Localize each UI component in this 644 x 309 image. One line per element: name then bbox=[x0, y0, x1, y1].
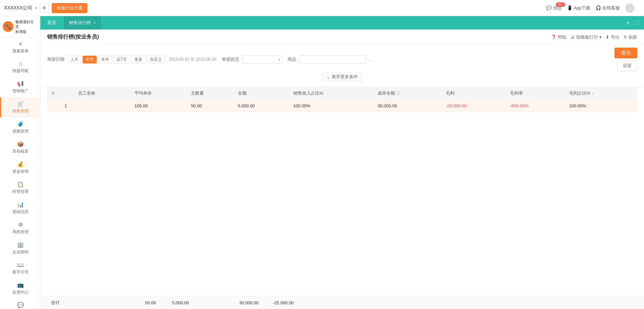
close-window-icon[interactable]: ✕ bbox=[624, 19, 632, 27]
sidebar-item-weixin[interactable]: 💬 企业微信 bbox=[0, 299, 40, 309]
col-main-qty: 主数量 bbox=[187, 87, 233, 100]
sidebar-item-guide[interactable]: 📖 新手引导 bbox=[0, 258, 40, 278]
sidebar-label: 采购管理 bbox=[12, 128, 29, 134]
col-total: 全额 bbox=[234, 87, 289, 100]
sidebar-item-search-order[interactable]: ≡ 搜索菜单 bbox=[0, 38, 40, 57]
date-filter: 单据日期 上月 本月 本年 近7天 更多 自定义 2023-06-01 至 20… bbox=[47, 56, 216, 63]
set-button[interactable]: 设置 bbox=[617, 60, 637, 71]
col-gross-ratio: 毛利占比% ↕ bbox=[565, 87, 637, 100]
sidebar-item-quick-nav[interactable]: ⌂ 快捷导航 bbox=[0, 57, 40, 77]
avatar[interactable] bbox=[625, 3, 635, 13]
help-button[interactable]: ❓ 帮助 bbox=[551, 34, 566, 40]
help-label: 帮助 bbox=[558, 34, 566, 40]
footer-cost-total: 30,000.00 bbox=[239, 300, 273, 305]
logo-text: 畅康通好生意 标准版 bbox=[15, 19, 37, 34]
row-sales-ratio-cell: 100.00% bbox=[289, 100, 374, 112]
header-actions: ❓ 帮助 🖨 按模板打印 ▾ ⬇ 导出 ↻ 刷新 bbox=[551, 34, 637, 40]
column-settings-icon[interactable]: ⚙ bbox=[51, 91, 55, 96]
col-gross: 毛利 bbox=[442, 87, 506, 100]
content-area: 首页 销售排行榜 × ✕ ⛶ 销售排行榜(按业务员) ❓ 帮助 bbox=[40, 16, 644, 309]
sidebar-item-finance[interactable]: 💰 资金管理 bbox=[0, 158, 40, 178]
app-center-icon: 📺 bbox=[17, 282, 24, 288]
date-btn-last-month[interactable]: 上月 bbox=[67, 56, 81, 63]
date-filter-label: 单据日期 bbox=[47, 56, 65, 62]
table-wrapper: ⚙ 员工名称 平均单价 主数量 全额 销售收入占比% 成本全额 ⓘ bbox=[40, 87, 644, 296]
export-label: 导出 bbox=[611, 34, 619, 40]
row-main-qty-cell: 50.00 bbox=[187, 100, 233, 112]
status-select[interactable] bbox=[242, 55, 282, 64]
cost-info-icon[interactable]: ⓘ bbox=[396, 91, 400, 96]
sidebar-label: 资金管理 bbox=[12, 169, 29, 174]
trial-button[interactable]: 体验行业方案 bbox=[52, 3, 87, 13]
sidebar-item-inventory[interactable]: 📦 库存核算 bbox=[0, 138, 40, 158]
print-dropdown-icon[interactable]: ▾ bbox=[599, 35, 602, 40]
sidebar-item-system[interactable]: ⚙ 系统管理 bbox=[0, 218, 40, 238]
date-btn-7days[interactable]: 近7天 bbox=[114, 56, 130, 63]
data-table: ⚙ 员工名称 平均单价 主数量 全额 销售收入占比% 成本全额 ⓘ bbox=[47, 87, 637, 112]
tab-sales-ranking[interactable]: 销售排行榜 × bbox=[63, 16, 101, 30]
date-btn-this-year[interactable]: 本年 bbox=[98, 56, 112, 63]
date-btn-more[interactable]: 更多 bbox=[131, 56, 145, 63]
search-icon: ≡ bbox=[19, 41, 22, 47]
date-btn-custom[interactable]: 自定义 bbox=[147, 56, 165, 63]
sidebar-label: 经营管理 bbox=[12, 189, 29, 195]
sidebar-label: 基础信息 bbox=[12, 209, 29, 215]
goods-input[interactable] bbox=[299, 55, 366, 64]
date-btn-this-month[interactable]: 本月 bbox=[83, 56, 97, 63]
online-service-button[interactable]: 🎧 在线客服 bbox=[596, 5, 620, 11]
row-num-cell: 1 bbox=[60, 100, 74, 112]
sidebar-label: 营销推广 bbox=[12, 88, 29, 94]
online-service-label: 在线客服 bbox=[602, 5, 620, 11]
col-employee: 员工名称 bbox=[74, 87, 130, 100]
tab-close-icon[interactable]: × bbox=[93, 20, 96, 25]
footer-label: 合计 bbox=[51, 300, 118, 306]
chevron-down-icon: ⌄ bbox=[327, 74, 330, 80]
fullscreen-icon[interactable]: ⛶ bbox=[633, 19, 641, 27]
message-button[interactable]: 💬 消息 99+ bbox=[546, 5, 562, 11]
export-button[interactable]: ⬇ 导出 bbox=[606, 34, 619, 40]
sidebar-item-marketing[interactable]: 📢 营销推广 bbox=[0, 77, 40, 97]
filter-area: 单据日期 上月 本月 本年 近7天 更多 自定义 2023-06-01 至 20… bbox=[40, 44, 644, 87]
row-total-cell: 5,000.00 bbox=[234, 100, 289, 112]
goods-more-icon[interactable]: ... bbox=[369, 57, 373, 62]
tab-bar: 首页 销售排行榜 × ✕ ⛶ bbox=[40, 16, 644, 30]
tab-label: 销售排行榜 bbox=[69, 20, 91, 26]
col-gross-rate: 毛利率 bbox=[506, 87, 565, 100]
refresh-icon: ↻ bbox=[624, 35, 627, 40]
footer-total: 5,000.00 bbox=[172, 300, 206, 305]
main-layout: 🐾 畅康通好生意 标准版 ≡ 搜索菜单 ⌂ 快捷导航 📢 营销推广 🛒 销售管理… bbox=[0, 16, 644, 309]
page-header: 销售排行榜(按业务员) ❓ 帮助 🖨 按模板打印 ▾ ⬇ 导出 bbox=[40, 30, 644, 44]
status-filter: 单据状态 ▾ bbox=[222, 55, 282, 64]
sidebar-label: 销售管理 bbox=[12, 108, 29, 114]
row-settings-cell bbox=[47, 100, 60, 112]
sidebar-item-sales[interactable]: 🛒 销售管理 bbox=[0, 97, 40, 117]
tab-home[interactable]: 首页 bbox=[40, 16, 63, 30]
query-button[interactable]: 查询 bbox=[614, 48, 637, 58]
print-button[interactable]: 🖨 按模板打印 ▾ bbox=[570, 34, 602, 40]
col-cost-total: 成本全额 ⓘ bbox=[374, 87, 442, 100]
sidebar-item-basic-info[interactable]: 📊 基础信息 bbox=[0, 198, 40, 218]
refresh-button[interactable]: ↻ 刷新 bbox=[624, 34, 637, 40]
col-settings: ⚙ bbox=[47, 87, 60, 100]
table-body: 1 100.00 50.00 5,000.00 100.00% 30,000.0… bbox=[47, 100, 637, 112]
sidebar-item-purchase[interactable]: 🧳 采购管理 bbox=[0, 117, 40, 138]
settings-icon[interactable]: ⚙ bbox=[40, 3, 49, 13]
company-dropdown-icon[interactable]: ▾ bbox=[35, 6, 37, 10]
sidebar-item-app-center[interactable]: 📺 应用中心 bbox=[0, 278, 40, 299]
gross-ratio-info-icon[interactable]: ↕ bbox=[592, 91, 594, 96]
row-gross-rate-cell: -500.00% bbox=[506, 100, 565, 112]
row-gross-cell: -25,000.00 bbox=[442, 100, 506, 112]
table-header-row: ⚙ 员工名称 平均单价 主数量 全额 销售收入占比% 成本全额 ⓘ bbox=[47, 87, 637, 100]
sidebar-label: 搜索菜单 bbox=[12, 48, 29, 54]
date-filter-buttons: 上月 本月 本年 近7天 更多 自定义 bbox=[67, 56, 165, 63]
logo-icon: 🐾 bbox=[3, 21, 13, 32]
app-download-button[interactable]: 📱 App下载 bbox=[567, 5, 590, 11]
marketing-icon: 📢 bbox=[17, 81, 24, 87]
phone-icon: 📱 bbox=[567, 5, 572, 10]
sidebar-item-operations[interactable]: 📋 经营管理 bbox=[0, 178, 40, 198]
weixin-icon: 💬 bbox=[17, 302, 24, 308]
sidebar-item-enterprise[interactable]: 🏢 企业协同 bbox=[0, 238, 40, 258]
guide-icon: 📖 bbox=[17, 262, 24, 268]
message-icon: 💬 bbox=[546, 5, 552, 10]
expand-button[interactable]: ⌄ 展开更多条件 bbox=[322, 72, 362, 81]
